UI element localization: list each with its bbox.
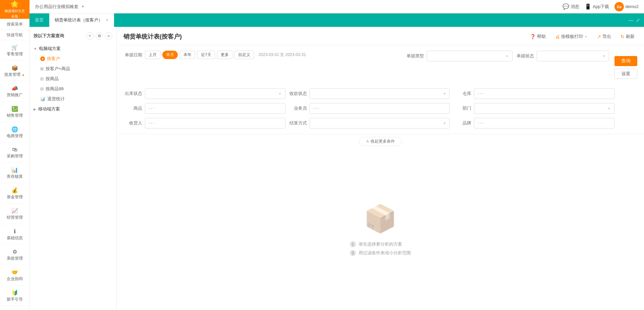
print-btn[interactable]: 🖨 按模板打印 ▼ [552, 32, 590, 41]
left-panel: 按以下方案查询 + ⚙ « ▼ 电脑端方案 ● 按客户 [30, 27, 117, 310]
scheme-returns[interactable]: 📊 退货统计 [30, 94, 116, 104]
message-btn[interactable]: 💬 消息 [562, 3, 579, 10]
sidebar-item-purchase[interactable]: 🛍 采购管理 [0, 143, 29, 163]
salesperson-select[interactable]: ··· [310, 103, 450, 114]
date-last-7days-btn[interactable]: 近7天 [197, 51, 215, 59]
query-btn[interactable]: 查询 [614, 56, 637, 66]
tip2-text: 用过滤条件来缩小分析范围 [359, 250, 411, 256]
sidebar-item-wholesale[interactable]: 📦 批发管理 ▲ [0, 61, 29, 81]
header-dropdown-icon[interactable]: ▼ [81, 5, 85, 8]
sidebar-item-label: 批发管理 [4, 72, 20, 77]
date-label: 单据日期 [123, 52, 142, 58]
left-panel-actions: + ⚙ « [86, 32, 112, 40]
scheme-by-customer[interactable]: ● 按客户 [30, 54, 116, 64]
app-logo[interactable]: 🌟 畅捷通好生意 标版 [0, 0, 30, 19]
date-more-btn[interactable]: 更多 [217, 51, 232, 59]
receipt-status-arrow-icon: ▼ [443, 92, 446, 96]
salesperson-label: 业务员 [288, 105, 307, 111]
date-this-month-btn[interactable]: 本月 [162, 51, 178, 59]
sidebar-nav-section[interactable]: 快捷导航 [0, 30, 29, 40]
help-btn[interactable]: ❓ 帮助 [527, 32, 548, 41]
user-name: demo2 [625, 4, 639, 9]
content-area: 按以下方案查询 + ⚙ « ▼ 电脑端方案 ● 按客户 [30, 27, 644, 310]
enterprise-icon: 🤝 [1, 269, 28, 275]
goods-select[interactable]: ··· [145, 103, 285, 114]
sidebar-item-system[interactable]: ⚙ 系统管理 [0, 245, 29, 265]
dept-label: 部门 [452, 105, 471, 111]
ecommerce-icon: 🌐 [1, 126, 28, 133]
marketing-icon: 📣 [1, 85, 28, 92]
collapse-conditions-btn[interactable]: ∧ 收起更多条件 [359, 137, 401, 146]
sidebar: 🌟 畅捷通好生意 标版 搜索菜单 快捷导航 🛒 零售管理 📦 批发管理 ▲ 📣 … [0, 0, 30, 310]
scheme-by-customer-goods[interactable]: ⊞ 按客户+商品 [30, 64, 116, 74]
sidebar-item-app-center[interactable]: ▦ 应用中心 [0, 306, 29, 310]
dept-select[interactable]: ▼ [474, 103, 614, 114]
brand-select[interactable]: ··· [474, 118, 614, 128]
tab-home[interactable]: 首页 [30, 13, 49, 27]
active-scheme-dot: ● [40, 56, 45, 61]
payment-select[interactable]: ▼ [310, 118, 450, 128]
sidebar-item-label: 采购管理 [7, 154, 23, 158]
export-label: 导出 [602, 34, 611, 40]
mobile-section-label: 移动端方案 [38, 106, 60, 112]
search-menu-label[interactable]: 搜索菜单 [7, 22, 23, 27]
desktop-section-header[interactable]: ▼ 电脑端方案 [30, 44, 116, 54]
collapse-label: ∧ 收起更多条件 [366, 139, 394, 144]
message-label: 消息 [571, 4, 579, 10]
top-header: 办公用品行业模拟账套 ▼ 💬 消息 📱 App下载 Ea demo2 [30, 0, 644, 13]
scheme-by-goods99[interactable]: ⊟ 按商品99 [30, 84, 116, 94]
sales-icon: 💹 [1, 106, 28, 112]
order-type-select[interactable]: ▼ [427, 51, 513, 61]
add-scheme-btn[interactable]: + [86, 32, 94, 40]
user-menu[interactable]: Ea demo2 [614, 2, 639, 11]
empty-tip-1: 1 请先选择要分析的方案 [350, 241, 411, 247]
sidebar-item-basic-info[interactable]: ℹ 基础信息 [0, 224, 29, 245]
sidebar-item-newbie[interactable]: 🔰 新手引导 [0, 286, 29, 306]
sidebar-search-section[interactable]: 搜索菜单 [0, 19, 29, 30]
app-download-label: App下载 [593, 4, 609, 10]
sidebar-item-inventory[interactable]: 📊 库存核算 [0, 163, 29, 183]
order-status-select[interactable]: ▼ [537, 51, 609, 61]
scheme-by-goods[interactable]: ⊟ 按商品 [30, 74, 116, 84]
tab-bar: 首页 销货单统计表（按客户） × — ⤢ [30, 13, 644, 27]
receiver-select[interactable]: ··· [145, 118, 285, 128]
sidebar-item-sales[interactable]: 💹 销售管理 [0, 102, 29, 122]
grid-icon: ⊞ [40, 66, 44, 71]
sidebar-item-finance[interactable]: 💰 资金管理 [0, 183, 29, 204]
scheme-label: 按客户+商品 [46, 66, 70, 72]
warehouse-select[interactable]: ··· [474, 88, 614, 99]
app-download-btn[interactable]: 📱 App下载 [585, 3, 609, 10]
sidebar-item-retail[interactable]: 🛒 零售管理 [0, 40, 29, 61]
settings-btn[interactable]: 设置 [614, 69, 637, 79]
help-label: 帮助 [537, 34, 546, 40]
sidebar-item-label: 基础信息 [7, 236, 23, 240]
sidebar-item-enterprise[interactable]: 🤝 企业协同 [0, 265, 29, 286]
right-main: 销货单统计表(按客户) ❓ 帮助 🖨 按模板打印 ▼ ↗ [117, 27, 644, 310]
quick-nav-label[interactable]: 快捷导航 [0, 30, 29, 40]
scheme-label: 退货统计 [47, 96, 65, 102]
refresh-btn[interactable]: ↻ 刷新 [618, 32, 637, 41]
empty-state: 📦 1 请先选择要分析的方案 2 用过滤条件来缩小分析范围 [117, 149, 644, 310]
header-left: 办公用品行业模拟账套 ▼ [35, 4, 85, 10]
sidebar-item-ecommerce[interactable]: 🌐 电商管理 [0, 122, 29, 143]
receipt-status-select[interactable]: ▼ [310, 88, 450, 99]
date-group: 上月 本月 本年 近7天 更多 自定义 2023-03-01 至 2023-03… [145, 51, 402, 59]
tab-maximize-icon[interactable]: ⤢ [636, 17, 640, 23]
tab-minimize-icon[interactable]: — [629, 17, 633, 23]
table2-icon: ⊟ [40, 87, 44, 91]
tab-close-icon[interactable]: × [106, 18, 108, 22]
ship-status-select[interactable]: ▼ [145, 88, 285, 99]
section-arrow-icon: ▼ [34, 47, 37, 51]
date-this-year-btn[interactable]: 本年 [180, 51, 195, 59]
collapse-panel-btn[interactable]: « [105, 32, 112, 40]
receiver-label: 收货人 [123, 120, 142, 126]
settings-scheme-btn[interactable]: ⚙ [96, 32, 103, 40]
sidebar-item-operations[interactable]: 📈 经营管理 [0, 204, 29, 224]
mobile-section-header[interactable]: ▶ 移动端方案 [30, 104, 116, 114]
tab-active[interactable]: 销货单统计表（按客户） × [49, 13, 114, 27]
sidebar-item-marketing[interactable]: 📣 营销推广 [0, 81, 29, 102]
export-btn[interactable]: ↗ 导出 [594, 32, 614, 41]
date-custom-btn[interactable]: 自定义 [234, 51, 254, 59]
date-last-month-btn[interactable]: 上月 [145, 51, 160, 59]
logo-text: 畅捷通好生意 [5, 9, 25, 13]
